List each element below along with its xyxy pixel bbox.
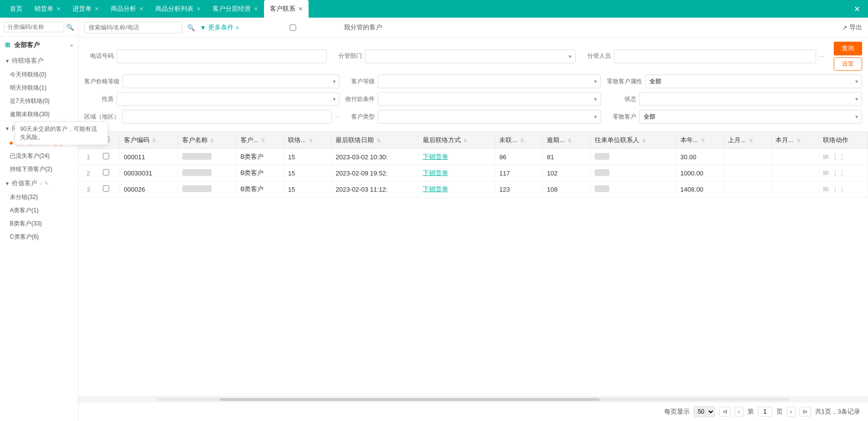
customer-level-select[interactable]	[378, 74, 601, 88]
sidebar-item-declining[interactable]: 持续下滑客户(2)	[0, 163, 78, 176]
sort-overdue-icon[interactable]: ⇅	[568, 138, 572, 143]
retail-select[interactable]: 全部	[639, 110, 862, 124]
search-button[interactable]: 🔍	[187, 24, 195, 31]
sort-code-icon[interactable]: ⇅	[152, 138, 156, 143]
blurred-name-1	[182, 153, 212, 160]
sort-year-icon[interactable]: ⇅	[701, 138, 705, 143]
settings-button[interactable]: 设置	[834, 57, 862, 71]
total-pages-label: 页	[776, 407, 783, 416]
section-value-customers[interactable]: ▼ 价值客户 ○ ✎	[0, 176, 78, 191]
row-method-link-2[interactable]: 下销货单	[423, 169, 448, 176]
row-method-2[interactable]: 下销货单	[418, 165, 495, 181]
next-page-button[interactable]: ›	[787, 407, 796, 417]
sort-name-icon[interactable]: ⇅	[210, 138, 214, 143]
first-page-button[interactable]: ⊲	[719, 407, 731, 417]
top-nav: 首页 销货单 ✕ 进货单 ✕ 商品分析 ✕ 商品分析列表 ✕ 客户分层经营 ✕ …	[0, 0, 868, 18]
per-page-select[interactable]: 50	[694, 406, 715, 417]
tab-customer-contact[interactable]: 客户联系 ✕	[264, 0, 309, 18]
sidebar-item-churned[interactable]: 已流失客户(24)	[0, 149, 78, 163]
sort-last-month-icon[interactable]: ⇅	[749, 138, 753, 143]
scroll-thumb[interactable]	[220, 398, 600, 401]
row-method-link-1[interactable]: 下销货单	[423, 153, 448, 160]
row-method-3[interactable]: 下销货单	[418, 181, 495, 198]
more-conditions-button[interactable]: ▼ 更多条件 ∧	[200, 23, 239, 32]
search-icon-btn: 🔍	[187, 24, 195, 31]
sidebar-item-overdue[interactable]: 逾期未联络(30)	[0, 108, 78, 121]
row-3-checkbox[interactable]	[103, 185, 109, 192]
sort-this-month-icon[interactable]: ⇅	[796, 138, 800, 143]
sidebar-item-ungroup[interactable]: 未分组(32)	[0, 191, 78, 204]
tab-purchase[interactable]: 进货单 ✕	[67, 0, 105, 18]
tab-sales[interactable]: 销货单 ✕	[28, 0, 67, 18]
row-checkbox-2[interactable]	[98, 165, 120, 181]
page-number-input[interactable]	[758, 407, 772, 417]
sidebar-item-tomorrow[interactable]: 明天待联络(1)	[0, 81, 78, 95]
sidebar-item-class-c[interactable]: C类客户(6)	[0, 230, 78, 244]
tab-analysis[interactable]: 商品分析 ✕	[105, 0, 149, 18]
contact-icon-3[interactable]: ✉	[823, 185, 829, 193]
person-input[interactable]	[614, 50, 816, 63]
close-purchase-tab[interactable]: ✕	[95, 6, 99, 12]
prev-page-button[interactable]: ‹	[735, 407, 744, 417]
row-method-link-3[interactable]: 下销货单	[423, 185, 448, 193]
collapse-button[interactable]: «	[70, 42, 73, 48]
sort-not-contact-icon[interactable]: ⇅	[520, 138, 524, 143]
phone-input[interactable]	[117, 50, 327, 63]
sidebar-item-7days[interactable]: 近7天待联络(0)	[0, 95, 78, 108]
export-button[interactable]: ↗ 导出	[842, 23, 862, 32]
sort-liaison-icon[interactable]: ⇅	[642, 138, 646, 143]
sort-method-icon[interactable]: ⇅	[463, 138, 467, 143]
status-select[interactable]	[639, 92, 862, 106]
sort-type-icon[interactable]: ⇅	[261, 138, 265, 143]
sidebar-item-class-a[interactable]: A类客户(1)	[0, 204, 78, 217]
contact-icon-1[interactable]: ✉	[823, 153, 829, 161]
customer-type-select[interactable]	[378, 110, 601, 124]
payment-label: 收付款条件	[345, 95, 375, 103]
tab-customer-tier[interactable]: 客户分层经营 ✕	[207, 0, 264, 18]
sidebar-item-class-b[interactable]: B类客户(33)	[0, 217, 78, 230]
filter-payment: 收付款条件 ▼	[345, 92, 601, 106]
sidebar-search-input[interactable]	[4, 22, 64, 32]
last-page-button[interactable]: ⊳	[799, 407, 811, 417]
dept-select[interactable]	[365, 50, 575, 63]
close-customer-tier-tab[interactable]: ✕	[254, 6, 258, 12]
filter-retail: 零散客户 全部 ▼	[607, 110, 862, 124]
sidebar-item-today[interactable]: 今天待联络(0)	[0, 68, 78, 81]
close-analysis-list-tab[interactable]: ✕	[196, 6, 201, 12]
all-customers-header[interactable]: ⊞ 全部客户 «	[0, 37, 78, 53]
region-more-btn[interactable]: ···	[335, 113, 339, 120]
region-input[interactable]	[122, 110, 332, 124]
payment-select[interactable]	[378, 92, 601, 106]
window-close-button[interactable]: ✕	[850, 4, 864, 14]
section-pending-contact[interactable]: ▼ 待联络客户	[0, 53, 78, 68]
row-num-2: 2	[78, 165, 98, 181]
contact-icon-2[interactable]: ✉	[823, 169, 829, 177]
price-level-select[interactable]	[122, 74, 339, 88]
more-icon-3[interactable]: ⋮⋮	[832, 185, 845, 193]
home-tab[interactable]: 首页	[4, 0, 28, 18]
row-checkbox-3[interactable]	[98, 181, 120, 198]
close-sales-tab[interactable]: ✕	[56, 6, 61, 12]
filter-region: 区域（地区） ···	[84, 110, 339, 124]
more-icon-2[interactable]: ⋮⋮	[832, 169, 845, 177]
tab-analysis-list[interactable]: 商品分析列表 ✕	[149, 0, 207, 18]
row-method-1[interactable]: 下销货单	[418, 149, 495, 165]
person-more-btn[interactable]: ···	[819, 53, 824, 60]
sort-date-icon[interactable]: ⇅	[377, 138, 381, 143]
retail-attr-select[interactable]: 全部	[645, 74, 862, 88]
nature-select[interactable]	[117, 92, 339, 106]
my-customers-checkbox[interactable]	[244, 25, 342, 31]
horizontal-scrollbar[interactable]	[78, 396, 868, 402]
query-button[interactable]: 查询	[834, 42, 862, 55]
close-analysis-tab[interactable]: ✕	[139, 6, 144, 12]
row-2-checkbox[interactable]	[103, 169, 109, 175]
filter-retail-attr: 零散客户属性 全部 ▼	[607, 74, 862, 88]
close-customer-contact-tab[interactable]: ✕	[298, 6, 303, 12]
my-customers-checkbox-label[interactable]: 我分管的客户	[244, 23, 382, 32]
sort-contact-icon[interactable]: ⇅	[309, 138, 313, 143]
row-1-checkbox[interactable]	[103, 153, 109, 159]
filter-nature: 性质 ▼	[84, 92, 339, 106]
more-icon-1[interactable]: ⋮⋮	[832, 153, 845, 161]
row-checkbox-1[interactable]	[98, 149, 120, 165]
search-input[interactable]	[84, 22, 182, 33]
